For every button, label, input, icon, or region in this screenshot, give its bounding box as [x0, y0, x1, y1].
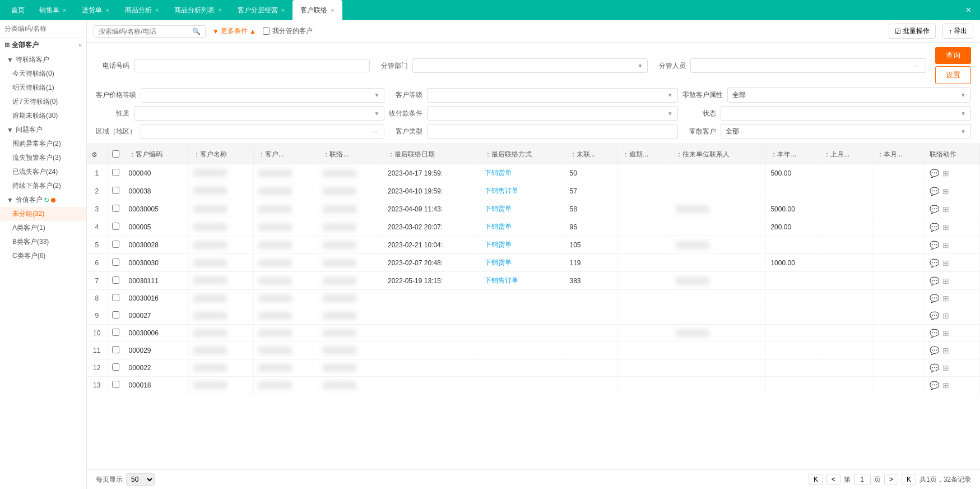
search-icon[interactable]: 🔍	[192, 27, 201, 35]
close-analysis-icon[interactable]: ×	[155, 7, 159, 13]
row-checkbox[interactable]	[112, 169, 119, 176]
message-icon[interactable]: 💬	[930, 329, 939, 338]
last-way-link[interactable]: 下销货单	[485, 169, 512, 177]
status-select[interactable]: ▼	[721, 106, 971, 121]
close-analysis-list-icon[interactable]: ×	[218, 7, 221, 13]
message-icon[interactable]: 💬	[930, 187, 939, 196]
last-way-link[interactable]: 下销售订单	[485, 187, 518, 195]
row-checkbox[interactable]	[112, 381, 119, 388]
reset-button[interactable]: 设置	[935, 66, 971, 84]
row-checkbox[interactable]	[112, 223, 119, 230]
sidebar-item-ungroup[interactable]: 未分组(32)	[0, 207, 86, 221]
sidebar-item-tomorrow[interactable]: 明天待联络(1)	[0, 81, 86, 95]
message-icon[interactable]: 💬	[930, 363, 939, 372]
grid-action-icon[interactable]: ⊞	[942, 329, 949, 338]
all-customers-header[interactable]: ⊞ 全部客户 «	[0, 38, 86, 53]
more-conditions-button[interactable]: ▼ 更多条件 ▲	[212, 26, 256, 36]
row-checkbox[interactable]	[112, 259, 119, 266]
sidebar-item-a-class[interactable]: A类客户(1)	[0, 221, 86, 235]
sidebar-item-abnormal[interactable]: 囤购异常客户(2)	[0, 137, 86, 151]
close-sales-icon[interactable]: ×	[63, 7, 66, 13]
last-way-link[interactable]: 下销售订单	[485, 276, 518, 284]
message-icon[interactable]: 💬	[930, 223, 939, 232]
row-checkbox[interactable]	[112, 187, 119, 194]
sidebar-item-b-class[interactable]: B类客户(33)	[0, 235, 86, 249]
row-checkbox[interactable]	[112, 311, 119, 319]
message-icon[interactable]: 💬	[930, 241, 939, 250]
quality-select[interactable]: ▼	[134, 106, 384, 121]
dept-select[interactable]: ▼	[412, 58, 648, 73]
row-checkbox[interactable]	[112, 241, 119, 248]
col-checkbox[interactable]	[107, 145, 124, 164]
row-checkbox[interactable]	[112, 346, 119, 353]
sidebar-item-c-class[interactable]: C类客户(6)	[0, 249, 86, 263]
customer-type-select[interactable]	[427, 124, 677, 139]
sidebar-item-7days[interactable]: 近7天待联络(0)	[0, 95, 86, 109]
message-icon[interactable]: 💬	[930, 276, 939, 285]
last-way-link[interactable]: 下销货单	[485, 241, 512, 248]
grid-action-icon[interactable]: ⊞	[942, 381, 949, 390]
nav-home[interactable]: 首页	[4, 0, 31, 20]
sidebar-item-today[interactable]: 今天待联络(0)	[0, 67, 86, 81]
row-checkbox[interactable]	[112, 329, 119, 336]
nav-tab-analysis[interactable]: 商品分析 ×	[117, 0, 166, 20]
retail-attr-select[interactable]: 全部 ▼	[727, 87, 971, 103]
pending-contact-header[interactable]: ▼ 待联络客户	[0, 53, 86, 67]
row-checkbox[interactable]	[112, 294, 119, 301]
sidebar-item-declining[interactable]: 持续下落客户(2)	[0, 179, 86, 193]
sidebar-item-churn-warning[interactable]: 流失预警客户(3)	[0, 151, 86, 165]
nav-tab-customer-contact[interactable]: 客户联络 ×	[292, 0, 342, 20]
sidebar-search-input[interactable]	[4, 25, 87, 33]
close-contact-icon[interactable]: ×	[331, 7, 334, 13]
message-icon[interactable]: 💬	[930, 259, 939, 267]
message-icon[interactable]: 💬	[930, 205, 939, 214]
phone-input[interactable]	[134, 59, 370, 72]
grid-action-icon[interactable]: ⊞	[942, 205, 949, 214]
row-checkbox[interactable]	[112, 276, 119, 284]
message-icon[interactable]: 💬	[930, 346, 939, 355]
window-close-button[interactable]: ×	[962, 5, 976, 15]
close-purchase-icon[interactable]: ×	[105, 7, 109, 13]
col-settings[interactable]: ⚙	[87, 145, 107, 164]
value-customers-header[interactable]: ▼ 价值客户 ↻	[0, 193, 86, 207]
last-way-link[interactable]: 下销货单	[485, 205, 512, 213]
message-icon[interactable]: 💬	[930, 294, 939, 303]
last-way-link[interactable]: 下销货单	[485, 223, 512, 230]
grid-action-icon[interactable]: ⊞	[942, 223, 949, 232]
last-way-link[interactable]: 下销货单	[485, 259, 512, 266]
grid-action-icon[interactable]: ⊞	[942, 241, 949, 250]
grid-action-icon[interactable]: ⊞	[942, 346, 949, 355]
grid-action-icon[interactable]: ⊞	[942, 294, 949, 303]
first-page-button[interactable]: K	[809, 474, 823, 485]
message-icon[interactable]: 💬	[930, 169, 939, 178]
staff-select[interactable]: ···	[690, 58, 926, 73]
sidebar-item-overdue[interactable]: 逾期未联络(30)	[0, 109, 86, 123]
search-input[interactable]	[99, 27, 192, 35]
prev-page-button[interactable]: <	[826, 474, 840, 485]
customer-grade-select[interactable]: ▼	[427, 88, 677, 103]
region-select[interactable]: ···	[141, 124, 384, 139]
payment-select[interactable]: ▼	[427, 106, 677, 121]
nav-tab-sales[interactable]: 销售单 ×	[31, 0, 74, 20]
export-button[interactable]: ↑ 导出	[942, 24, 973, 39]
my-customers-checkbox[interactable]	[263, 27, 270, 35]
nav-tab-purchase[interactable]: 进货单 ×	[74, 0, 117, 20]
grid-action-icon[interactable]: ⊞	[942, 311, 949, 320]
grid-action-icon[interactable]: ⊞	[942, 363, 949, 372]
price-grade-select[interactable]: ▼	[141, 88, 384, 103]
next-page-button[interactable]: >	[884, 474, 898, 485]
nav-tab-analysis-list[interactable]: 商品分析列表 ×	[166, 0, 229, 20]
region-dots[interactable]: ···	[369, 128, 379, 136]
refresh-icon[interactable]: ↻	[44, 196, 49, 204]
last-page-button[interactable]: K	[902, 474, 916, 485]
grid-action-icon[interactable]: ⊞	[942, 169, 949, 178]
grid-action-icon[interactable]: ⊞	[942, 276, 949, 285]
message-icon[interactable]: 💬	[930, 381, 939, 390]
close-segment-icon[interactable]: ×	[281, 7, 285, 13]
sidebar-item-churned[interactable]: 已流失客户(24)	[0, 165, 86, 179]
staff-dots[interactable]: ···	[911, 62, 921, 70]
retail-customer-select[interactable]: 全部 ▼	[721, 124, 971, 139]
batch-ops-button[interactable]: ☑ 批量操作	[889, 24, 936, 39]
row-checkbox[interactable]	[112, 205, 119, 212]
grid-action-icon[interactable]: ⊞	[942, 259, 949, 267]
